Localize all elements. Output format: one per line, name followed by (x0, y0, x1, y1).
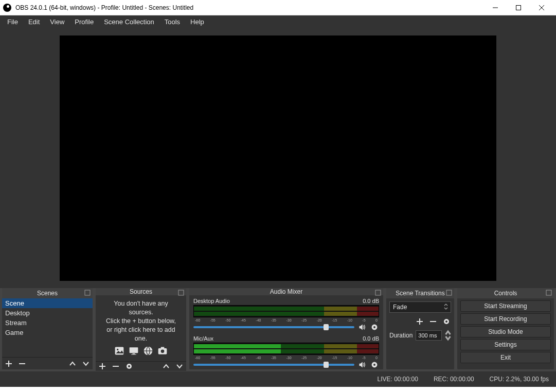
svg-point-4 (117, 349, 118, 350)
add-transition-button[interactable] (415, 317, 424, 326)
speaker-icon[interactable] (357, 360, 367, 369)
transition-selected-label: Fade (393, 304, 407, 311)
tick: -30 (286, 318, 291, 322)
tick: 0 (375, 318, 378, 322)
add-scene-button[interactable] (4, 359, 13, 368)
tick: -50 (225, 318, 230, 322)
mixer-channel: Mic/Aux 0.0 dB -60 -55 -50 -45 -40 -35 (189, 334, 383, 369)
tick: -5 (362, 356, 365, 360)
controls-panel: Controls Start Streaming Start Recording… (457, 288, 554, 369)
remove-scene-button[interactable] (17, 359, 27, 368)
tick: -35 (271, 318, 276, 322)
chevron-updown-icon (443, 304, 449, 311)
sources-list[interactable]: You don't have any sources. Click the + … (96, 295, 186, 361)
svg-rect-19 (446, 290, 452, 295)
image-source-icon (114, 346, 125, 358)
add-source-button[interactable] (98, 362, 107, 371)
svg-rect-1 (85, 290, 90, 295)
scene-item[interactable]: Game (2, 328, 93, 337)
move-scene-down-button[interactable] (81, 359, 91, 368)
sources-hint-text: Click the + button below, (101, 317, 181, 326)
svg-point-21 (445, 320, 447, 323)
gear-icon[interactable] (370, 360, 379, 369)
settings-button[interactable]: Settings (460, 339, 551, 350)
transition-select[interactable]: Fade (389, 301, 451, 313)
mixer-panel-header[interactable]: Audio Mixer (189, 288, 383, 295)
detach-icon[interactable] (546, 290, 552, 296)
tick: 0 (375, 356, 378, 360)
mixer-panel-title: Audio Mixer (270, 288, 302, 295)
minimize-button[interactable] (483, 0, 507, 15)
mixer-channel: Desktop Audio 0.0 dB -60 -55 -50 -45 -40 (189, 296, 383, 332)
menu-view[interactable]: View (45, 16, 69, 27)
window-titlebar: OBS 24.0.1 (64-bit, windows) - Profile: … (0, 0, 556, 15)
docks-row: Scenes Scene Desktop Stream Game Sources (0, 288, 556, 371)
tick: -10 (347, 318, 352, 322)
svg-rect-6 (133, 353, 135, 354)
menu-edit[interactable]: Edit (23, 16, 45, 27)
svg-rect-3 (115, 347, 124, 355)
volume-slider[interactable] (193, 326, 354, 328)
svg-rect-22 (546, 290, 551, 295)
speaker-icon[interactable] (357, 323, 367, 332)
scene-item[interactable]: Scene (2, 298, 93, 308)
svg-point-13 (128, 365, 130, 367)
duration-value: 300 ms (418, 332, 437, 338)
transition-properties-button[interactable] (442, 317, 451, 326)
menu-profile[interactable]: Profile (69, 16, 99, 27)
svg-rect-2 (178, 290, 184, 295)
svg-point-11 (161, 350, 165, 353)
tick: -25 (301, 356, 307, 360)
move-source-down-button[interactable] (175, 362, 184, 371)
tick: -60 (195, 356, 200, 360)
menu-tools[interactable]: Tools (159, 16, 185, 27)
preview-canvas[interactable] (60, 35, 496, 281)
tick: -20 (317, 318, 322, 322)
transitions-panel-header[interactable]: Scene Transitions (386, 288, 454, 298)
sources-panel-title: Sources (130, 288, 152, 295)
tick: -30 (286, 356, 291, 360)
sources-panel-header[interactable]: Sources (96, 288, 186, 295)
studio-mode-button[interactable]: Studio Mode (460, 326, 551, 337)
remove-transition-button[interactable] (428, 317, 438, 326)
tick: -25 (301, 318, 307, 322)
duration-label: Duration (389, 332, 412, 339)
gear-icon[interactable] (370, 323, 379, 332)
volume-slider[interactable] (193, 364, 354, 366)
start-recording-button[interactable]: Start Recording (460, 313, 551, 325)
menu-scene-collection[interactable]: Scene Collection (99, 16, 159, 27)
vu-meter: -60 -55 -50 -45 -40 -35 -30 -25 -20 -15 … (193, 343, 379, 355)
scenes-list[interactable]: Scene Desktop Stream Game (2, 298, 93, 337)
detach-icon[interactable] (446, 290, 452, 296)
app-icon (3, 4, 11, 12)
duration-input[interactable]: 300 ms (416, 330, 442, 341)
start-streaming-button[interactable]: Start Streaming (460, 300, 551, 312)
scenes-panel-header[interactable]: Scenes (2, 288, 93, 298)
menu-help[interactable]: Help (185, 16, 209, 27)
channel-level: 0.0 dB (363, 335, 379, 342)
maximize-button[interactable] (507, 0, 530, 15)
tick: -40 (256, 356, 261, 360)
remove-source-button[interactable] (111, 362, 120, 371)
menu-file[interactable]: File (2, 16, 23, 27)
source-properties-button[interactable] (124, 362, 134, 371)
status-live: LIVE: 00:00:00 (377, 376, 418, 383)
scene-item[interactable]: Desktop (2, 308, 93, 318)
globe-source-icon (142, 346, 154, 358)
move-scene-up-button[interactable] (68, 359, 77, 368)
close-button[interactable] (530, 0, 553, 15)
preview-area (0, 28, 556, 288)
spin-down-button[interactable] (445, 335, 451, 341)
status-cpu: CPU: 2.2%, 30.00 fps (490, 376, 549, 383)
move-source-up-button[interactable] (162, 362, 171, 371)
tick: -20 (317, 356, 322, 360)
svg-point-16 (373, 326, 375, 328)
svg-rect-5 (130, 348, 138, 353)
controls-panel-title: Controls (494, 290, 517, 297)
detach-icon[interactable] (84, 290, 91, 296)
controls-panel-header[interactable]: Controls (457, 288, 554, 298)
exit-button[interactable]: Exit (460, 352, 551, 363)
tick: -55 (210, 356, 216, 360)
svg-point-18 (373, 364, 375, 366)
scene-item[interactable]: Stream (2, 318, 93, 328)
